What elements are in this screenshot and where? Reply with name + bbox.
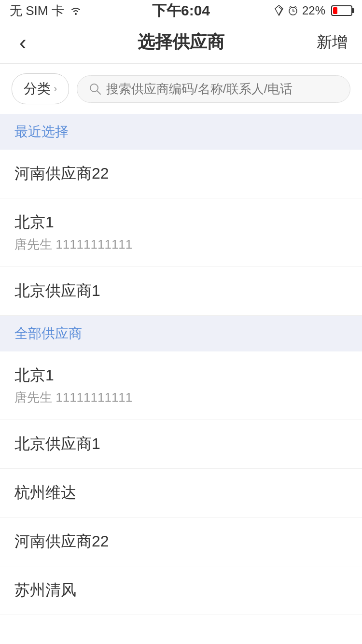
page-title: 选择供应商 — [138, 30, 224, 54]
carrier-text: 无 SIM 卡 — [10, 2, 64, 19]
list-item[interactable]: 河南供应商22 — [0, 518, 362, 566]
all-section-label: 全部供应商 — [14, 326, 82, 341]
location-icon — [274, 5, 284, 16]
search-icon — [89, 83, 101, 95]
svg-line-5 — [295, 6, 296, 7]
list-item[interactable]: 北京供应商1 — [0, 420, 362, 469]
item-name: 北京供应商1 — [14, 280, 348, 302]
list-item[interactable]: 河南供应商22 — [0, 150, 362, 198]
chevron-right-icon: › — [54, 83, 57, 95]
status-bar: 无 SIM 卡 下午6:04 22% — [0, 0, 362, 21]
list-item[interactable]: 苏州清风 — [0, 566, 362, 615]
nav-bar: ‹ 选择供应商 新增 — [0, 21, 362, 64]
add-button[interactable]: 新增 — [317, 32, 348, 53]
item-name: 河南供应商22 — [14, 531, 348, 552]
item-name: 河南供应商22 — [14, 163, 348, 184]
search-input[interactable] — [106, 82, 338, 97]
svg-point-0 — [75, 13, 77, 15]
all-list: 北京1唐先生 11111111111北京供应商1杭州维达河南供应商22苏州清风 — [0, 351, 362, 615]
list-item[interactable]: 北京1唐先生 11111111111 — [0, 198, 362, 267]
wifi-icon — [69, 6, 83, 15]
status-right: 22% — [274, 4, 352, 17]
all-section-header: 全部供应商 — [0, 316, 362, 351]
battery-icon — [331, 5, 352, 16]
item-name: 北京1 — [14, 212, 348, 233]
item-name: 北京1 — [14, 365, 348, 386]
item-sub: 唐先生 11111111111 — [14, 236, 348, 253]
item-name: 北京供应商1 — [14, 434, 348, 455]
item-sub: 唐先生 11111111111 — [14, 389, 348, 406]
back-button[interactable]: ‹ — [14, 27, 31, 58]
recent-section-label: 最近选择 — [14, 124, 69, 139]
recent-list: 河南供应商22北京1唐先生 11111111111北京供应商1 — [0, 150, 362, 316]
category-label: 分类 — [24, 80, 51, 98]
status-time: 下午6:04 — [152, 1, 210, 21]
recent-section-header: 最近选择 — [0, 114, 362, 150]
item-name: 杭州维达 — [14, 482, 348, 504]
list-item[interactable]: 杭州维达 — [0, 469, 362, 518]
item-name: 苏州清风 — [14, 580, 348, 601]
battery-text: 22% — [302, 4, 325, 17]
search-box[interactable] — [77, 75, 350, 103]
category-button[interactable]: 分类 › — [12, 73, 69, 104]
svg-line-7 — [97, 91, 100, 94]
status-left: 无 SIM 卡 — [10, 2, 83, 19]
list-item[interactable]: 北京1唐先生 11111111111 — [0, 351, 362, 420]
filter-bar: 分类 › — [0, 64, 362, 114]
alarm-icon — [288, 5, 298, 16]
svg-line-4 — [290, 6, 291, 7]
list-item[interactable]: 北京供应商1 — [0, 267, 362, 316]
